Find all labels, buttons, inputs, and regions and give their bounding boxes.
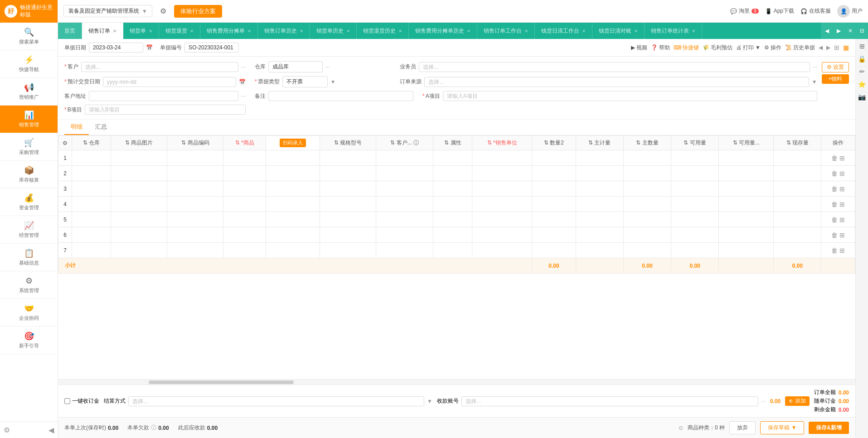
col-stock[interactable]: ⇅ 现存量: [774, 136, 821, 150]
row-copy-icon-3[interactable]: ⊞: [839, 185, 845, 193]
tab-4[interactable]: 销售费用分摊单✕: [200, 23, 258, 39]
row-unit-7[interactable]: [472, 243, 532, 258]
row-stock-1[interactable]: [774, 150, 821, 166]
scan-input-btn[interactable]: 扫码录入: [280, 139, 306, 147]
detail-tab-1[interactable]: 汇总: [89, 120, 113, 135]
row-available-7[interactable]: [671, 243, 719, 258]
row-delete-icon-3[interactable]: 🗑: [831, 185, 838, 193]
tabbar-menu-icon[interactable]: ⊟: [856, 23, 868, 39]
tab-7[interactable]: 销货退货历史✕: [357, 23, 409, 39]
sidebar-item-11[interactable]: 🎯新手引导: [0, 327, 58, 354]
sidebar-item-10[interactable]: 🤝企业协同: [0, 299, 58, 327]
row-customer-code-1[interactable]: [376, 150, 433, 166]
row-spec-1[interactable]: [320, 150, 376, 166]
discard-btn[interactable]: 放弃: [729, 421, 756, 434]
row-delete-icon-5[interactable]: 🗑: [831, 216, 838, 223]
sidebar-item-5[interactable]: 📦库存核算: [0, 161, 58, 188]
sidebar-item-1[interactable]: ⚡快捷导航: [0, 50, 58, 78]
col-available[interactable]: ⇅ 可用量: [671, 136, 719, 150]
customer-ellipsis[interactable]: ···: [241, 64, 246, 70]
note-input[interactable]: [268, 91, 413, 101]
tabbar-next-icon[interactable]: ▶: [833, 23, 844, 39]
online-service-item[interactable]: 🎧 在线客服: [800, 7, 831, 15]
col-product[interactable]: ⇅ *商品: [223, 136, 266, 150]
row-product-2[interactable]: [223, 166, 266, 181]
col-warehouse[interactable]: ⇅ 仓库: [72, 136, 111, 150]
row-customer-code-4[interactable]: [376, 197, 433, 212]
right-panel-item-3[interactable]: ✏: [857, 66, 868, 77]
address-ellipsis[interactable]: ···: [241, 93, 246, 99]
row-stock-4[interactable]: [774, 197, 821, 212]
tab-12[interactable]: 销售订单统计表✕: [645, 23, 702, 39]
add-btn[interactable]: ⊕ 添加: [785, 396, 809, 406]
row-main-qty-3[interactable]: [623, 181, 671, 197]
row-qty2-7[interactable]: [532, 243, 576, 258]
row-available2-2[interactable]: [719, 166, 774, 181]
row-warehouse-5[interactable]: [72, 212, 111, 227]
row-available2-6[interactable]: [719, 227, 774, 243]
row-main-unit-2[interactable]: [576, 166, 623, 181]
warehouse-value[interactable]: 成品库: [268, 61, 323, 72]
tab-close-3[interactable]: ✕: [190, 29, 194, 34]
preview-btn[interactable]: ▶ 视频: [631, 44, 647, 52]
sidebar-item-8[interactable]: 📋基础信息: [0, 244, 58, 271]
row-available-3[interactable]: [671, 181, 719, 197]
row-customer-code-7[interactable]: [376, 243, 433, 258]
row-qty2-1[interactable]: [532, 150, 576, 166]
row-code-2[interactable]: [167, 166, 223, 181]
row-product-1[interactable]: [223, 150, 266, 166]
row-image-6[interactable]: [111, 227, 167, 243]
row-main-qty-6[interactable]: [623, 227, 671, 243]
tab-close-8[interactable]: ✕: [467, 29, 470, 34]
row-unit-2[interactable]: [472, 166, 532, 181]
row-scan-6[interactable]: [266, 227, 320, 243]
tab-10[interactable]: 钱货日清工作台✕: [535, 23, 592, 39]
project-a-input[interactable]: [443, 91, 817, 101]
tab-2[interactable]: 销货单✕: [123, 23, 159, 39]
right-panel-item-5[interactable]: 📷: [857, 91, 868, 102]
row-spec-2[interactable]: [320, 166, 376, 181]
row-warehouse-2[interactable]: [72, 166, 111, 181]
delivery-input[interactable]: [103, 77, 236, 87]
row-delete-icon-6[interactable]: 🗑: [831, 231, 838, 239]
row-stock-3[interactable]: [774, 181, 821, 197]
row-spec-3[interactable]: [320, 181, 376, 197]
tab-close-12[interactable]: ✕: [692, 29, 695, 34]
row-unit-3[interactable]: [472, 181, 532, 197]
tab-9[interactable]: 销售订单工作台✕: [477, 23, 535, 39]
row-attr-5[interactable]: [433, 212, 472, 227]
user-item[interactable]: 👤 用户: [837, 5, 863, 18]
row-image-5[interactable]: [111, 212, 167, 227]
tab-close-2[interactable]: ✕: [149, 29, 152, 34]
row-product-6[interactable]: [223, 227, 266, 243]
row-qty2-3[interactable]: [532, 181, 576, 197]
row-available2-1[interactable]: [719, 150, 774, 166]
col-scan[interactable]: 扫码录入: [266, 136, 320, 150]
tab-8[interactable]: 销售费用分摊单历史✕: [409, 23, 477, 39]
save-new-btn[interactable]: 保存&新增: [809, 422, 849, 434]
row-available-4[interactable]: [671, 197, 719, 212]
row-warehouse-4[interactable]: [72, 197, 111, 212]
right-panel-item-1[interactable]: ⊞: [857, 41, 868, 52]
row-available-5[interactable]: [671, 212, 719, 227]
row-customer-code-6[interactable]: [376, 227, 433, 243]
row-qty2-2[interactable]: [532, 166, 576, 181]
payment-arrow-icon[interactable]: ▼: [427, 398, 432, 404]
row-spec-7[interactable]: [320, 243, 376, 258]
calendar-icon[interactable]: 📅: [146, 44, 153, 51]
nav-next-icon[interactable]: ▶: [826, 44, 830, 51]
row-copy-icon-1[interactable]: ⊞: [839, 154, 845, 162]
tab-11[interactable]: 钱货日清对账✕: [592, 23, 645, 39]
sidebar-item-3[interactable]: 📊销售管理: [0, 106, 58, 133]
row-scan-1[interactable]: [266, 150, 320, 166]
col-available2[interactable]: ⇅ 可用量...: [719, 136, 774, 150]
row-code-6[interactable]: [167, 227, 223, 243]
row-scan-5[interactable]: [266, 212, 320, 227]
help-btn[interactable]: ❓ 帮助: [651, 44, 670, 52]
row-spec-4[interactable]: [320, 197, 376, 212]
row-code-7[interactable]: [167, 243, 223, 258]
row-attr-3[interactable]: [433, 181, 472, 197]
row-qty2-4[interactable]: [532, 197, 576, 212]
row-main-qty-5[interactable]: [623, 212, 671, 227]
account-ellipsis[interactable]: ···: [761, 398, 766, 404]
